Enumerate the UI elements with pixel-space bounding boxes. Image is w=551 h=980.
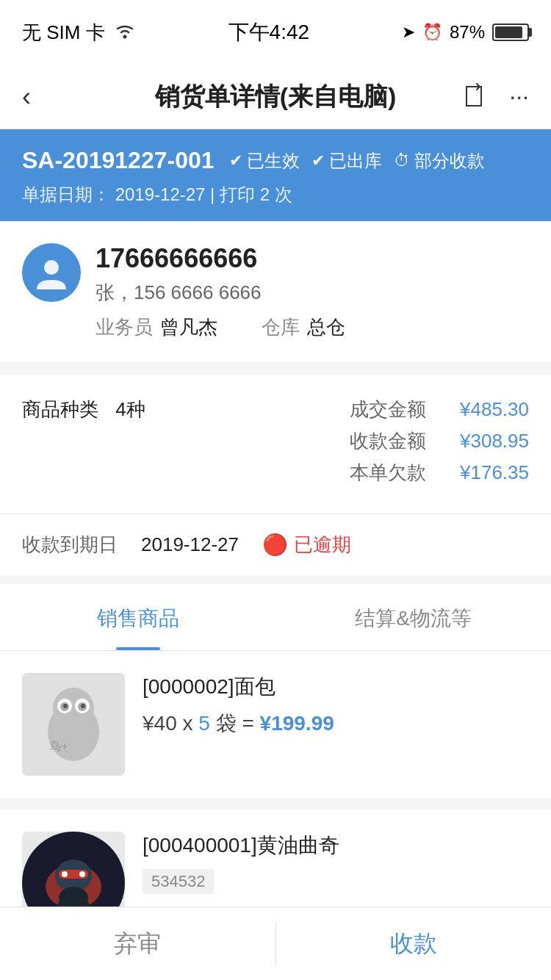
product-details-1: [0000002]面包 ¥40 x 5 袋 = ¥199.99 [143, 673, 529, 738]
customer-meta: 业务员 曾凡杰 仓库 总仓 [96, 314, 529, 340]
stats-right: 成交金额 ¥485.30 收款金额 ¥308.95 本单欠款 ¥176.35 [350, 397, 529, 491]
page-title: 销货单详情(来自电脑) [155, 80, 397, 114]
product-name-1: [0000002]面包 [143, 673, 529, 701]
status-right: ➤ ⏰ 87% [402, 22, 529, 43]
checkmark-icon-1: ✔ [229, 151, 242, 170]
due-label: 收款到期日 [22, 532, 118, 558]
stats-left: 商品种类 4种 [22, 397, 145, 425]
bottom-bar: 弃审 收款 [0, 907, 551, 980]
sales-meta: 业务员 曾凡杰 [96, 314, 217, 340]
battery-percent: 87% [450, 22, 485, 43]
svg-point-1 [44, 260, 59, 275]
due-date: 2019-12-27 [141, 533, 239, 556]
stats-section: 商品种类 4种 成交金额 ¥485.30 收款金额 ¥308.95 本单欠款 ¥… [0, 375, 551, 514]
svg-text:鸟+: 鸟+ [49, 740, 68, 752]
warehouse-meta: 仓库 总仓 [262, 314, 345, 340]
warehouse-label: 仓库 [262, 314, 300, 340]
order-banner: SA-20191227-001 ✔ 已生效 ✔ 已出库 ⏱ 部分收款 单据日期：… [0, 129, 551, 221]
back-button[interactable]: ‹ [22, 82, 46, 112]
confirm-button[interactable]: 收款 [276, 907, 552, 980]
balance-line: 本单欠款 ¥176.35 [350, 460, 529, 486]
tab-settlement[interactable]: 结算&物流等 [276, 584, 551, 650]
amount-line: 成交金额 ¥485.30 [350, 397, 529, 422]
checkmark-icon-2: ✔ [311, 151, 325, 170]
product-price-1: ¥40 x 5 袋 = ¥199.99 [143, 710, 529, 738]
tabs-bar: 销售商品 结算&物流等 [0, 584, 551, 651]
wifi-icon [114, 21, 136, 44]
cancel-button[interactable]: 弃审 [0, 907, 276, 980]
clock-icon: ⏱ [394, 151, 410, 170]
carrier-label: 无 SIM 卡 [22, 20, 105, 46]
warning-icon: 🔴 [262, 533, 288, 557]
overdue-badge: 🔴 已逾期 [262, 532, 351, 558]
receipt-line: 收款金额 ¥308.95 [350, 428, 529, 454]
product-item: 鸟+ [0000002]面包 ¥40 x 5 袋 = ¥199.99 [0, 651, 551, 798]
product-name-2: [000400001]黄油曲奇 [143, 832, 529, 860]
nav-bar: ‹ 销货单详情(来自电脑) ··· [0, 65, 551, 129]
svg-point-18 [79, 871, 85, 877]
tab-sales[interactable]: 销售商品 [0, 584, 276, 650]
svg-point-0 [123, 35, 126, 38]
nav-actions: ··· [461, 81, 529, 113]
customer-avatar [22, 243, 81, 302]
order-number: SA-20191227-001 [22, 147, 215, 174]
svg-point-17 [62, 871, 68, 877]
sales-label: 业务员 [96, 314, 153, 340]
product-image-1: 鸟+ [22, 673, 125, 776]
share-button[interactable] [461, 81, 487, 113]
status-badge-partial: ⏱ 部分收款 [394, 149, 485, 173]
status-bar: 无 SIM 卡 下午4:42 ➤ ⏰ 87% [0, 0, 551, 65]
customer-id: 17666666666 [96, 243, 529, 274]
status-left: 无 SIM 卡 [22, 20, 136, 46]
status-badges: ✔ 已生效 ✔ 已出库 ⏱ 部分收款 [229, 149, 485, 173]
alarm-icon: ⏰ [422, 23, 442, 42]
svg-point-10 [81, 704, 85, 708]
warehouse-value: 总仓 [307, 314, 345, 340]
status-badge-shipped: ✔ 已出库 [311, 149, 382, 173]
overdue-label: 已逾期 [294, 532, 351, 558]
sales-value: 曾凡杰 [160, 314, 217, 340]
status-time: 下午4:42 [228, 18, 310, 46]
more-button[interactable]: ··· [509, 83, 529, 110]
status-badge-effective: ✔ 已生效 [229, 149, 300, 173]
location-icon: ➤ [402, 23, 415, 42]
product-types: 商品种类 4种 [22, 397, 145, 422]
product-tag-2: 534532 [143, 869, 214, 894]
customer-name-phone: 张，156 6666 6666 [96, 280, 529, 306]
customer-section: 17666666666 张，156 6666 6666 业务员 曾凡杰 仓库 总… [0, 221, 551, 363]
svg-point-9 [63, 704, 68, 708]
due-section: 收款到期日 2019-12-27 🔴 已逾期 [0, 514, 551, 584]
order-date: 单据日期： 2019-12-27 | 打印 2 次 [22, 183, 529, 206]
divider-1 [0, 363, 551, 375]
battery-indicator [492, 24, 529, 41]
customer-info: 17666666666 张，156 6666 6666 业务员 曾凡杰 仓库 总… [96, 243, 529, 340]
